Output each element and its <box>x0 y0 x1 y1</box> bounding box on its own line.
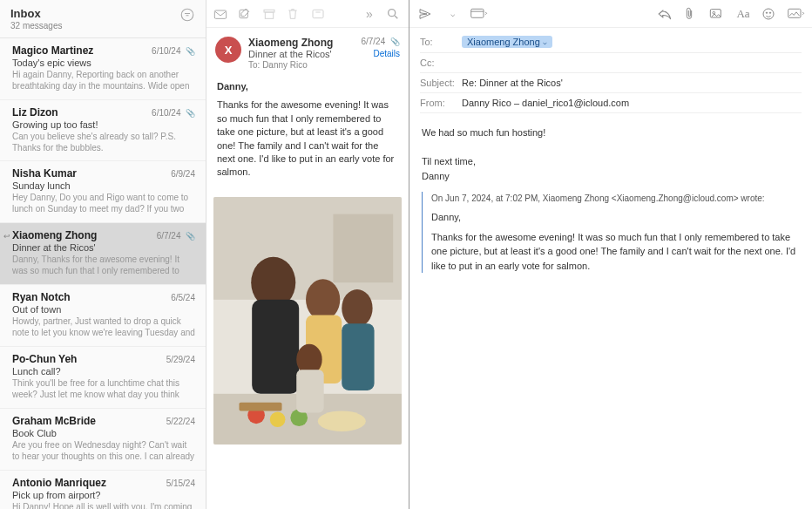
quote-block: On Jun 7, 2024, at 7:02 PM, Xiaomeng Zho… <box>422 192 800 273</box>
trash-icon[interactable] <box>287 7 302 21</box>
msg-preview: Are you free on Wednesday night? Can't w… <box>12 440 195 463</box>
message-list[interactable]: Magico Martinez6/10/24 📎Today's epic vie… <box>0 38 206 509</box>
msg-preview: Hi Danny! Hope all is well with you. I'm… <box>12 502 195 509</box>
send-icon[interactable] <box>418 7 434 21</box>
msg-sender: Ryan Notch <box>12 291 71 303</box>
msg-preview: Hi again Danny, Reporting back on anothe… <box>12 70 195 92</box>
msg-sender: Po-Chun Yeh <box>12 353 77 365</box>
inbox-count: 32 messages <box>10 21 62 31</box>
msg-date: 6/10/24 📎 <box>152 46 195 56</box>
emoji-icon[interactable] <box>761 7 777 21</box>
compose-body[interactable]: We had so much fun hosting! Til next tim… <box>409 117 812 282</box>
message-item[interactable]: Antonio Manriquez5/15/24Pick up from air… <box>0 471 206 509</box>
cc-field[interactable]: Cc: <box>420 53 802 73</box>
msg-subject: Sunday lunch <box>12 180 195 191</box>
svg-rect-30 <box>788 9 801 17</box>
svg-point-22 <box>342 289 372 327</box>
msg-date: 5/29/24 <box>166 355 195 364</box>
body-line: Danny <box>422 169 800 184</box>
mailbox-icon[interactable] <box>213 8 229 20</box>
from-value: Danny Rico – daniel_rico1@icloud.com <box>462 98 629 108</box>
msg-sender: Xiaomeng Zhong <box>12 229 97 241</box>
attach-icon: 📎 <box>390 37 400 46</box>
message-item[interactable]: Liz Dizon6/10/24 📎Growing up too fast!Ca… <box>0 100 206 161</box>
msg-subject: Lunch call? <box>12 366 195 377</box>
archive-icon[interactable] <box>262 8 278 20</box>
svg-point-12 <box>270 411 286 427</box>
msg-subject: Pick up from airport? <box>12 490 195 500</box>
media-browser-icon[interactable] <box>788 8 803 20</box>
svg-rect-23 <box>342 323 374 390</box>
preview-pane: » X Xiaomeng Zhong Dinner at the Ricos' … <box>206 0 409 509</box>
svg-point-28 <box>766 12 767 13</box>
preview-header: X Xiaomeng Zhong Dinner at the Ricos' To… <box>206 28 409 75</box>
msg-date: 6/7/24 📎 <box>157 231 195 241</box>
message-item[interactable]: Graham McBride5/22/24Book ClubAre you fr… <box>0 409 206 471</box>
message-item[interactable]: ↩Xiaomeng Zhong6/7/24 📎Dinner at the Ric… <box>0 223 206 285</box>
svg-point-14 <box>318 411 366 431</box>
header-options-icon[interactable] <box>470 8 486 20</box>
compose-pane: ⌵ Aa To: Xiaomeng Zhong⌵ Cc: Subject: Re… <box>409 0 812 509</box>
preview-greeting: Danny, <box>217 80 398 93</box>
message-item[interactable]: Magico Martinez6/10/24 📎Today's epic vie… <box>0 38 206 100</box>
msg-preview: Howdy, partner, Just wanted to drop a qu… <box>12 316 195 339</box>
msg-subject: Dinner at the Ricos' <box>12 242 195 253</box>
message-item[interactable]: Ryan Notch6/5/24Out of townHowdy, partne… <box>0 285 206 347</box>
msg-preview: Can you believe she's already so tall? P… <box>12 132 195 153</box>
msg-sender: Antonio Manriquez <box>12 477 106 489</box>
preview-text: Thanks for the awesome evening! It was s… <box>217 98 398 179</box>
compose-icon[interactable] <box>238 7 254 21</box>
to-field[interactable]: To: Xiaomeng Zhong⌵ <box>420 31 802 53</box>
insert-photo-icon[interactable] <box>709 8 725 20</box>
svg-rect-1 <box>214 10 226 18</box>
format-icon[interactable]: Aa <box>735 7 751 21</box>
attachment-icon[interactable] <box>683 7 699 21</box>
svg-point-0 <box>181 9 193 21</box>
flag-icon[interactable] <box>311 8 327 20</box>
more-icon[interactable]: » <box>362 7 377 21</box>
attach-icon: 📎 <box>183 232 195 241</box>
avatar: X <box>215 37 241 63</box>
inbox-title: Inbox <box>10 7 62 20</box>
svg-rect-5 <box>313 10 323 17</box>
recipient-pill[interactable]: Xiaomeng Zhong⌵ <box>462 36 552 48</box>
svg-point-27 <box>763 9 774 19</box>
quote-meta: On Jun 7, 2024, at 7:02 PM, Xiaomeng Zho… <box>431 192 800 205</box>
filter-icon[interactable] <box>179 7 195 23</box>
svg-rect-17 <box>252 300 299 394</box>
preview-to: To: Danny Rico <box>248 60 354 70</box>
msg-subject: Out of town <box>12 304 195 315</box>
message-item[interactable]: Nisha Kumar6/9/24Sunday lunchHey Danny, … <box>0 161 206 223</box>
preview-body: Danny, Thanks for the awesome evening! I… <box>206 75 409 188</box>
subject-value: Re: Dinner at the Ricos' <box>462 78 563 88</box>
reply-icon[interactable] <box>657 8 673 20</box>
from-field[interactable]: From: Danny Rico – daniel_rico1@icloud.c… <box>420 93 802 113</box>
msg-date: 5/22/24 <box>166 417 195 426</box>
quote-body: Thanks for the awesome evening! It was s… <box>431 230 800 274</box>
body-line: We had so much fun hosting! <box>422 126 800 140</box>
svg-point-6 <box>389 9 396 16</box>
msg-preview: Hey Danny, Do you and Rigo want to come … <box>12 193 195 215</box>
svg-rect-21 <box>296 370 323 412</box>
msg-date: 6/9/24 <box>171 169 195 179</box>
send-menu-chevron-icon[interactable]: ⌵ <box>444 10 460 18</box>
msg-subject: Book Club <box>12 428 195 438</box>
msg-sender: Nisha Kumar <box>12 167 77 180</box>
preview-subject: Dinner at the Ricos' <box>248 49 354 59</box>
compose-toolbar: ⌵ Aa <box>409 0 812 28</box>
quote-greeting: Danny, <box>431 210 800 225</box>
subject-field[interactable]: Subject: Re: Dinner at the Ricos' <box>420 73 802 93</box>
chevron-down-icon[interactable]: ⌵ <box>543 38 547 46</box>
search-icon[interactable] <box>386 7 402 21</box>
msg-sender: Graham McBride <box>12 415 96 427</box>
msg-subject: Today's epic views <box>12 58 195 68</box>
message-item[interactable]: Po-Chun Yeh5/29/24Lunch call?Think you'l… <box>0 347 206 409</box>
msg-preview: Danny, Thanks for the awesome evening! I… <box>12 254 195 277</box>
details-link[interactable]: Details <box>361 49 400 58</box>
attach-icon: 📎 <box>183 47 195 56</box>
msg-date: 6/5/24 <box>171 293 195 302</box>
inbox-header: Inbox 32 messages <box>0 0 206 38</box>
preview-image <box>213 197 402 445</box>
svg-point-29 <box>769 12 770 13</box>
svg-rect-9 <box>333 214 393 282</box>
